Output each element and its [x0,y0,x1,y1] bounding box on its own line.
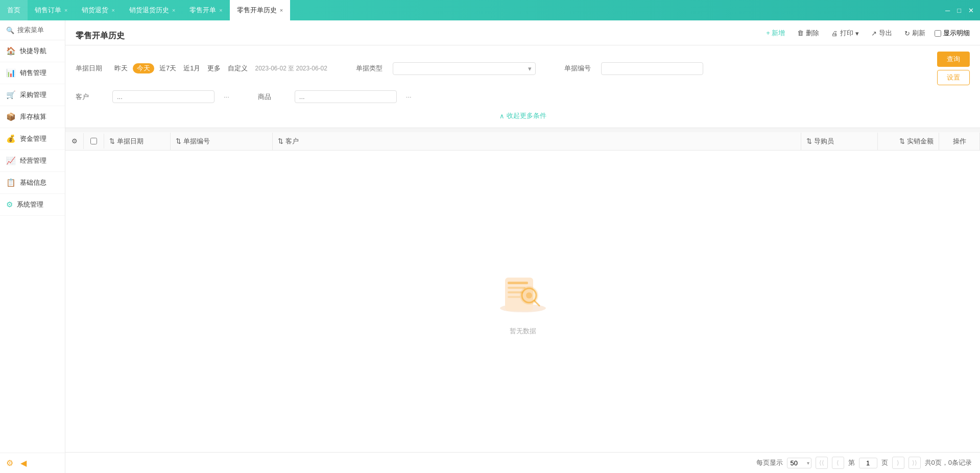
page-header: 零售开单历史 + 新增 🗑 删除 🖨 打印 ▾ ↗ 导出 ↻ 刷新 [65,20,980,45]
th-date-label: 单据日期 [117,137,144,146]
tab-close-retail-open-history[interactable]: × [280,7,283,13]
prev-page-button[interactable]: ⟨ [832,457,844,469]
total-info: 共0页，0条记录 [925,458,972,467]
tab-retail-open[interactable]: 零售开单× [182,0,229,20]
search-icon: 🔍 [6,27,14,34]
display-detail-checkbox[interactable] [935,30,941,37]
sidebar-label-basic-info: 基础信息 [20,178,46,187]
content-area: 零售开单历史 + 新增 🗑 删除 🖨 打印 ▾ ↗ 导出 ↻ 刷新 [65,20,980,473]
date-1month[interactable]: 近1月 [181,63,202,73]
sidebar-search[interactable]: 🔍 搜索菜单 [0,20,65,40]
refresh-button[interactable]: ↻ 刷新 [901,27,928,40]
sidebar-label-finance: 资金管理 [20,134,46,143]
sidebar-item-quick-nav[interactable]: 🏠 快捷导航 [0,40,65,62]
page-word: 第 [848,458,855,467]
goods-input[interactable] [295,90,397,103]
th-amount: ⇅ 实销金额 [878,133,939,150]
refresh-label: 刷新 [912,29,925,38]
per-page-select[interactable]: 10 20 50 100 [787,458,811,468]
th-amount-label: 实销金额 [907,137,934,146]
th-amount-sort-icon[interactable]: ⇅ [899,137,905,145]
sidebar-item-basic-info[interactable]: 📋 基础信息 [0,172,65,194]
collapse-sidebar-icon[interactable]: ◀ [20,458,27,468]
sidebar-icon-purchase-mgmt: 🛒 [6,90,16,99]
sidebar-item-inventory[interactable]: 📦 库存核算 [0,106,65,128]
tab-close-retail-open[interactable]: × [219,7,222,13]
tab-close-sales-return[interactable]: × [111,7,114,13]
sidebar-label-purchase-mgmt: 采购管理 [20,90,46,99]
tab-retail-open-history[interactable]: 零售开单历史× [230,0,290,20]
th-client-sort-icon[interactable]: ⇅ [278,137,283,145]
th-gear[interactable]: ⚙ [65,133,84,149]
sidebar-item-finance[interactable]: 💰 资金管理 [0,128,65,150]
tab-sales-order[interactable]: 销售订单× [28,0,75,20]
th-op-label: 操作 [953,137,966,146]
display-detail-label: 显示明细 [943,29,970,38]
th-date-sort-icon[interactable]: ⇅ [109,137,115,145]
last-page-button[interactable]: ⟩⟩ [909,457,921,469]
client-input[interactable] [112,90,214,103]
sidebar-icon-sys-mgmt: ⚙ [6,200,13,209]
export-icon: ↗ [871,30,877,37]
th-guide-sort-icon[interactable]: ⇅ [806,137,812,145]
next-page-button[interactable]: ⟩ [892,457,904,469]
window-controls: ─ □ ✕ [945,7,980,14]
sidebar-item-sys-mgmt[interactable]: ⚙ 系统管理 [0,194,65,216]
date-7days[interactable]: 近7天 [157,63,178,73]
page-title: 零售开单历史 [76,31,125,41]
tab-home[interactable]: 首页 [0,0,28,20]
select-all-checkbox[interactable] [90,138,97,144]
th-num: ⇅ 单据编号 [171,133,273,150]
sidebar-item-purchase-mgmt[interactable]: 🛒 采购管理 [0,84,65,106]
settings-icon[interactable]: ⚙ [6,458,13,468]
action-buttons: 查询 设置 [937,52,970,85]
empty-state: 暂无数据 [65,151,980,452]
client-ellipsis[interactable]: ··· [224,93,229,101]
first-page-button[interactable]: ⟨⟨ [816,457,828,469]
filter-row-2: 客户 ··· 商品 ··· [76,90,970,103]
type-select[interactable] [393,62,536,75]
print-icon: 🖨 [831,30,838,37]
type-select-wrapper [393,62,536,75]
type-filter-label: 单据类型 [356,64,385,73]
goods-ellipsis[interactable]: ··· [406,93,412,101]
table-header: ⚙ ⇅ 单据日期 ⇅ 单据编号 ⇅ 客户 ⇅ 导购员 [65,132,980,151]
sidebar-label-quick-nav: 快捷导航 [20,46,46,56]
tab-close-sales-return-history[interactable]: × [172,7,175,13]
svg-rect-2 [508,282,528,284]
tab-bar: 首页销售订单×销货退货×销货退货历史×零售开单×零售开单历史× [0,0,945,20]
date-range-display: 2023-06-02 至 2023-06-02 [255,64,327,73]
close-icon[interactable]: ✕ [968,7,974,14]
setting-button[interactable]: 设置 [937,70,970,85]
query-button[interactable]: 查询 [937,52,970,67]
sidebar-item-sales-mgmt[interactable]: 📊 销售管理 [0,62,65,84]
page-number-input[interactable] [859,458,877,468]
th-date: ⇅ 单据日期 [104,133,171,150]
date-custom[interactable]: 自定义 [226,63,250,73]
export-button[interactable]: ↗ 导出 [868,27,895,40]
sidebar-label-business: 经营管理 [20,156,46,165]
print-button[interactable]: 🖨 打印 ▾ [828,27,862,40]
collapse-button[interactable]: ∧ 收起更多条件 [495,110,551,121]
toolbar: + 新增 🗑 删除 🖨 打印 ▾ ↗ 导出 ↻ 刷新 显示明细 [763,27,970,45]
maximize-icon[interactable]: □ [957,7,961,14]
num-input[interactable] [601,62,703,75]
add-button[interactable]: + 新增 [763,27,788,40]
delete-button[interactable]: 🗑 删除 [794,27,822,40]
goods-filter-label: 商品 [258,92,286,102]
top-bar: 首页销售订单×销货退货×销货退货历史×零售开单×零售开单历史× ─ □ ✕ [0,0,980,20]
tab-sales-return[interactable]: 销货退货× [75,0,122,20]
minimize-icon[interactable]: ─ [945,7,950,14]
date-yesterday[interactable]: 昨天 [112,63,130,73]
th-num-sort-icon[interactable]: ⇅ [176,137,181,145]
tab-close-sales-order[interactable]: × [64,7,67,13]
th-guide: ⇅ 导购员 [801,133,878,150]
per-page-select-wrapper: 10 20 50 100 [787,458,811,468]
th-client-label: 客户 [285,137,299,146]
sidebar-item-business[interactable]: 📈 经营管理 [0,150,65,172]
svg-point-9 [526,292,532,298]
date-today[interactable]: 今天 [133,63,154,73]
date-more[interactable]: 更多 [205,63,223,73]
tab-sales-return-history[interactable]: 销货退货历史× [122,0,182,20]
display-detail-toggle[interactable]: 显示明细 [935,29,970,38]
